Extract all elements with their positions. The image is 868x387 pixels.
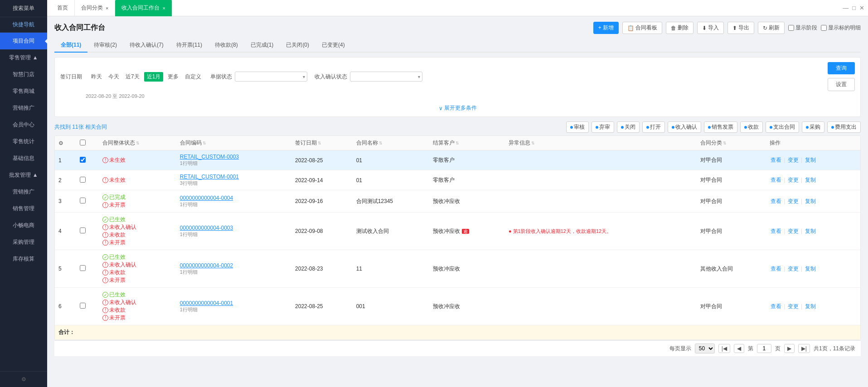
action-查看[interactable]: 查看: [771, 198, 781, 204]
table-row[interactable]: 5✓ 已生效! 未收入确认! 未收款! 未开票0000000000004-000…: [55, 250, 860, 288]
row-checkbox[interactable]: [80, 227, 86, 233]
col-header-name[interactable]: 合同名称⇅: [353, 136, 429, 150]
action-查看[interactable]: 查看: [771, 266, 781, 272]
action-变更[interactable]: 变更: [788, 198, 799, 204]
cell-code[interactable]: 0000000000004-00031行明细: [176, 213, 291, 250]
col-header-sign_date[interactable]: 签订日期⇅: [291, 136, 353, 150]
table-row[interactable]: 3✓ 已完成! 未开票0000000000004-00041行明细2022-09…: [55, 190, 860, 213]
sidebar-item-smart-store[interactable]: 智慧门店: [0, 66, 47, 83]
contract-code-link[interactable]: 0000000000004-0003: [180, 225, 233, 231]
sidebar-quick-nav[interactable]: 快捷导航: [0, 17, 47, 33]
import-button[interactable]: ⬇ 导入: [697, 22, 724, 34]
date-opt-today[interactable]: 今天: [107, 72, 121, 82]
action-btn-print[interactable]: 打开: [642, 121, 665, 133]
col-header-code[interactable]: 合同编码⇅: [176, 136, 291, 150]
action-btn-purchase[interactable]: 采购: [802, 121, 824, 133]
action-复制[interactable]: 复制: [805, 198, 816, 204]
action-btn-sales_invoice[interactable]: 销售发票: [704, 121, 737, 133]
sidebar-item-ecommerce[interactable]: 小畅电商: [0, 217, 47, 234]
filter-tab-pending_confirm[interactable]: 待收入确认(7): [123, 39, 170, 53]
sidebar-item-retail-mgmt[interactable]: 零售管理 ▲: [0, 49, 47, 66]
action-变更[interactable]: 变更: [788, 177, 799, 183]
filter-tab-completed[interactable]: 已完成(1): [244, 39, 280, 53]
set-button[interactable]: 设置: [828, 78, 855, 91]
date-opt-yesterday[interactable]: 昨天: [89, 72, 104, 82]
income-confirm-select[interactable]: [350, 72, 422, 82]
sidebar-item-sales-mgmt[interactable]: 销售管理: [0, 200, 47, 217]
action-btn-income_confirm[interactable]: 收入确认: [668, 121, 701, 133]
action-变更[interactable]: 变更: [788, 266, 799, 272]
row-checkbox[interactable]: [80, 198, 86, 203]
row-checkbox[interactable]: [80, 303, 86, 309]
sidebar-item-purchase[interactable]: 采购管理: [0, 234, 47, 251]
cell-code[interactable]: 0000000000004-00011行明细: [176, 288, 291, 325]
action-查看[interactable]: 查看: [771, 228, 781, 234]
contract-code-link[interactable]: RETAIL_CUSTOM-0003: [180, 154, 239, 160]
sidebar-search[interactable]: 搜索菜单: [0, 0, 47, 17]
contract-code-link[interactable]: 0000000000004-0001: [180, 300, 233, 306]
tab-contract-cat[interactable]: 合同分类×: [75, 0, 115, 16]
action-btn-abandon[interactable]: 弃审: [592, 121, 614, 133]
action-变更[interactable]: 变更: [788, 228, 799, 234]
sidebar-item-retail-mall[interactable]: 零售商城: [0, 83, 47, 100]
filter-tab-pending_invoice[interactable]: 待开票(11): [170, 39, 209, 53]
sidebar-item-basic-info[interactable]: 基础信息: [0, 150, 47, 167]
filter-tab-all[interactable]: 全部(11): [54, 39, 87, 53]
sidebar-item-marketing2[interactable]: 营销推广: [0, 184, 47, 200]
sidebar-item-inventory[interactable]: 库存核算: [0, 251, 47, 267]
filter-tab-closed[interactable]: 已关闭(0): [280, 39, 315, 53]
action-复制[interactable]: 复制: [805, 177, 816, 183]
row-checkbox[interactable]: [80, 157, 86, 163]
action-变更[interactable]: 变更: [788, 157, 799, 163]
table-row[interactable]: 1! 未生效RETAIL_CUSTOM-00031行明细2022-08-2501…: [55, 150, 860, 170]
show-stage-checkbox[interactable]: 显示阶段: [788, 24, 817, 32]
col-header-status[interactable]: 合同整体状态⇅: [99, 136, 176, 150]
contract-code-link[interactable]: 0000000000004-0004: [180, 195, 233, 201]
cell-code[interactable]: RETAIL_CUSTOM-00013行明细: [176, 170, 291, 190]
action-查看[interactable]: 查看: [771, 177, 781, 183]
close-icon[interactable]: ✕: [859, 5, 864, 11]
query-button[interactable]: 查询: [828, 62, 855, 74]
date-opt-more[interactable]: 更多: [166, 72, 180, 82]
last-page-btn[interactable]: ▶|: [798, 344, 810, 353]
sidebar-item-retail-stat[interactable]: 零售统计: [0, 133, 47, 150]
row-checkbox[interactable]: [80, 265, 86, 271]
col-header-category[interactable]: 合同分类⇅: [697, 136, 766, 150]
col-header-error_info[interactable]: 异常信息⇅: [505, 136, 697, 150]
action-btn-payment[interactable]: 收款: [740, 121, 763, 133]
prev-page-btn[interactable]: ◀: [734, 344, 744, 353]
table-row[interactable]: 4✓ 已生效! 未收入确认! 未收款! 未开票0000000000004-000…: [55, 213, 860, 250]
expand-conditions-btn[interactable]: ∨ 展开更多条件: [439, 104, 477, 112]
action-复制[interactable]: 复制: [805, 228, 816, 234]
show-detail-checkbox[interactable]: 显示标的明细: [821, 24, 861, 32]
sidebar-item-member[interactable]: 会员中心: [0, 116, 47, 133]
action-查看[interactable]: 查看: [771, 303, 781, 310]
contract-board-button[interactable]: 📋 合同看板: [622, 22, 662, 34]
action-复制[interactable]: 复制: [805, 266, 816, 272]
page-input[interactable]: [757, 344, 771, 353]
table-row[interactable]: 6✓ 已生效! 未收入确认! 未收款! 未开票0000000000004-000…: [55, 288, 860, 325]
table-row[interactable]: 2! 未生效RETAIL_CUSTOM-00013行明细2022-09-1401…: [55, 170, 860, 190]
action-btn-review[interactable]: 审核: [566, 121, 589, 133]
contract-code-link[interactable]: RETAIL_CUSTOM-0001: [180, 174, 239, 180]
cell-code[interactable]: 0000000000004-00041行明细: [176, 190, 291, 213]
date-opt-last1month[interactable]: 近1月: [144, 72, 164, 82]
col-header-customer[interactable]: 结算客户⇅: [429, 136, 505, 150]
action-btn-expense_out[interactable]: 支出合同: [766, 121, 799, 133]
action-btn-close[interactable]: 关闭: [617, 121, 640, 133]
tabs-window-controls[interactable]: — □ ✕: [843, 5, 864, 11]
action-btn-cost_out[interactable]: 费用支出: [827, 121, 861, 133]
maximize-icon[interactable]: □: [852, 5, 856, 11]
page-size-select[interactable]: 50: [695, 343, 715, 353]
filter-tab-pending_review[interactable]: 待审核(2): [87, 39, 123, 53]
delete-button[interactable]: 🗑 删除: [666, 22, 693, 34]
tab-close-contract-cat[interactable]: ×: [106, 5, 108, 11]
sidebar-item-wholesale[interactable]: 批发管理 ▲: [0, 167, 47, 184]
cell-code[interactable]: 0000000000004-00021行明细: [176, 250, 291, 288]
date-opt-custom[interactable]: 自定义: [183, 72, 203, 82]
tab-close-income-contract[interactable]: ×: [162, 5, 165, 11]
tab-home[interactable]: 首页: [51, 0, 75, 16]
action-变更[interactable]: 变更: [788, 303, 799, 310]
doc-status-select[interactable]: [235, 72, 307, 82]
sidebar-item-marketing[interactable]: 营销推广: [0, 100, 47, 116]
